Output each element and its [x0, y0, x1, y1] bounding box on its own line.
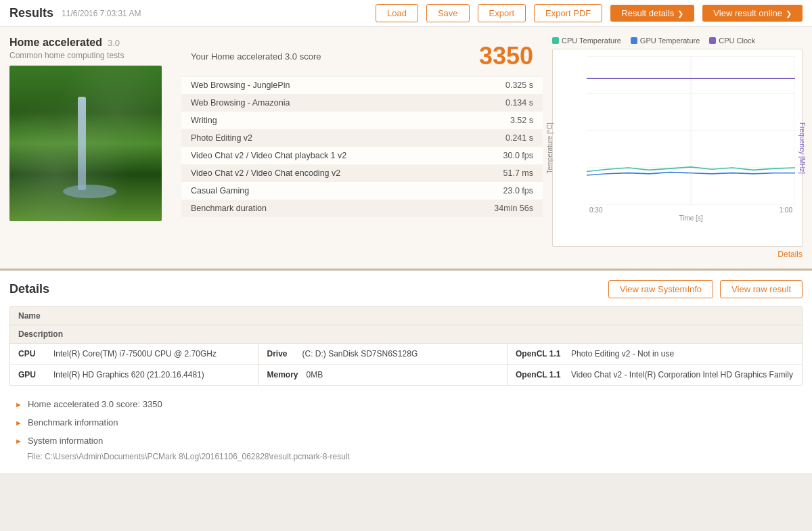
chart-x-labels: 0:30 1:00: [587, 206, 795, 214]
expand-arrow-2: ►: [15, 437, 22, 445]
benchmark-row-value: 3.52 s: [453, 112, 543, 129]
benchmark-row: Casual Gaming 23.0 fps: [181, 182, 543, 200]
view-raw-result-button[interactable]: View raw result: [720, 280, 803, 298]
score-value: 3350: [479, 42, 533, 70]
benchmark-row: Web Browsing - Amazonia 0.134 s: [181, 94, 543, 112]
memory-cell: Memory 0MB: [259, 365, 508, 385]
view-online-button[interactable]: View result online: [702, 5, 803, 22]
export-pdf-button[interactable]: Export PDF: [534, 4, 602, 22]
benchmark-row-name: Photo Editing v2: [181, 129, 453, 147]
benchmark-version: 3.0: [108, 38, 120, 48]
chevron-right-icon-2: [786, 8, 792, 18]
benchmark-name: Home accelerated: [9, 37, 102, 49]
benchmark-row-name: Web Browsing - Amazonia: [181, 94, 453, 112]
benchmark-image-inner: [9, 66, 162, 221]
legend-dot-cpu-clock: [709, 37, 716, 44]
table-description-header: Description: [10, 325, 802, 344]
opencl1-value: Photo Editing v2 - Not in use: [571, 349, 674, 359]
drive-cell: Drive (C: D:) SanDisk SD7SN6S128G: [259, 344, 508, 364]
memory-label: Memory: [267, 370, 298, 379]
legend-item-cpu-temp: CPU Temperature: [552, 37, 621, 45]
benchmark-row-name: Benchmark duration: [181, 200, 453, 217]
benchmark-row: Video Chat v2 / Video Chat playback 1 v2…: [181, 147, 543, 164]
expand-arrow-1: ►: [15, 419, 22, 427]
expandable-label-2: System information: [28, 436, 103, 446]
cpu-label: CPU: [18, 349, 45, 359]
waterfall-decoration: [78, 97, 86, 190]
x-axis-unit: Time [s]: [587, 214, 795, 222]
left-panel: Home accelerated 3.0 Common home computi…: [9, 37, 172, 259]
expandable-item-2[interactable]: ► System information: [9, 432, 803, 450]
chart-details-link[interactable]: Details: [777, 250, 803, 259]
results-title: Results: [9, 6, 53, 20]
system-info-row-2: GPU Intel(R) HD Graphics 620 (21.20.16.4…: [10, 365, 802, 385]
opencl2-cell: OpenCL 1.1 Video Chat v2 - Intel(R) Corp…: [508, 365, 802, 385]
gpu-value: Intel(R) HD Graphics 620 (21.20.16.4481): [53, 370, 204, 379]
expand-arrow-0: ►: [15, 400, 22, 409]
score-header-left: Home accelerated 3.0: [9, 37, 172, 49]
benchmark-row-name: Video Chat v2 / Video Chat encoding v2: [181, 164, 453, 182]
legend-label-cpu-temp: CPU Temperature: [562, 37, 621, 45]
expandable-label-1: Benchmark information: [28, 417, 118, 428]
right-panel: CPU Temperature GPU Temperature CPU Cloc…: [552, 37, 803, 259]
benchmark-row-name: Video Chat v2 / Video Chat playback 1 v2: [181, 147, 453, 164]
opencl2-value: Video Chat v2 - Intel(R) Corporation Int…: [571, 370, 793, 379]
benchmark-row-value: 51.7 ms: [453, 164, 543, 182]
cpu-cell: CPU Intel(R) Core(TM) i7-7500U CPU @ 2.7…: [10, 344, 258, 364]
chart-legend: CPU Temperature GPU Temperature CPU Cloc…: [552, 37, 803, 45]
top-bar: Results 11/6/2016 7:03:31 AM Load Save E…: [0, 0, 812, 27]
chart-details-link-container: Details: [552, 249, 803, 259]
middle-panel: Your Home accelerated 3.0 score 3350 Web…: [181, 37, 543, 259]
benchmark-row-value: 0.134 s: [453, 94, 543, 112]
chevron-right-icon: [677, 8, 683, 18]
benchmark-subtitle: Common home computing tests: [9, 51, 172, 60]
benchmark-row: Web Browsing - JunglePin 0.325 s: [181, 76, 543, 94]
opencl2-label: OpenCL 1.1: [516, 370, 563, 379]
benchmark-row-name: Casual Gaming: [181, 182, 453, 200]
y-axis-left-label: Temperature [°C]: [546, 122, 554, 174]
drive-value: (C: D:) SanDisk SD7SN6S128G: [302, 349, 418, 359]
expandable-item-0[interactable]: ► Home accelerated 3.0 score: 3350: [9, 395, 803, 413]
benchmark-row-value: 34min 56s: [453, 200, 543, 217]
cpu-value: Intel(R) Core(TM) i7-7500U CPU @ 2.70GHz: [53, 349, 217, 359]
lower-section: Details View raw SystemInfo View raw res…: [0, 271, 812, 473]
details-header: Details View raw SystemInfo View raw res…: [9, 280, 803, 298]
benchmark-row: Photo Editing v2 0.241 s: [181, 129, 543, 147]
benchmark-row-name: Web Browsing - JunglePin: [181, 76, 453, 94]
score-label: Your Home accelerated 3.0 score: [191, 51, 321, 62]
expandable-label-0: Home accelerated 3.0 score: 3350: [28, 399, 162, 409]
export-button[interactable]: Export: [478, 4, 526, 22]
top-bar-left: Results 11/6/2016 7:03:31 AM: [9, 6, 141, 20]
y-axis-right-label: Frequency [MHz]: [798, 122, 805, 173]
result-details-button[interactable]: Result details: [610, 5, 694, 22]
benchmark-results-table: Web Browsing - JunglePin 0.325 s Web Bro…: [181, 76, 543, 217]
system-info-table: Name Description CPU Intel(R) Core(TM) i…: [9, 306, 803, 386]
memory-value: 0MB: [307, 370, 323, 379]
benchmark-image: [9, 66, 162, 221]
save-button[interactable]: Save: [426, 4, 470, 22]
drive-label: Drive: [267, 349, 294, 359]
expandable-item-1[interactable]: ► Benchmark information: [9, 413, 803, 432]
legend-item-gpu-temp: GPU Temperature: [631, 37, 700, 45]
gpu-label: GPU: [18, 370, 45, 379]
legend-label-gpu-temp: GPU Temperature: [640, 37, 700, 45]
benchmark-row-name: Writing: [181, 112, 453, 129]
benchmark-row: Writing 3.52 s: [181, 112, 543, 129]
benchmark-row-value: 23.0 fps: [453, 182, 543, 200]
view-raw-sysinfo-button[interactable]: View raw SystemInfo: [608, 280, 713, 298]
file-info: File: C:\Users\Admin\Documents\PCMark 8\…: [9, 450, 803, 463]
chart-svg: 10050 10000 2000 0: [587, 56, 795, 205]
legend-label-cpu-clock: CPU Clock: [719, 37, 755, 45]
legend-dot-gpu-temp: [631, 37, 637, 44]
score-display: Your Home accelerated 3.0 score 3350: [181, 37, 543, 76]
legend-item-cpu-clock: CPU Clock: [709, 37, 755, 45]
chart-container: Temperature [°C] Frequency [MHz] 10050 1…: [552, 49, 803, 247]
table-name-header: Name: [10, 307, 802, 325]
load-button[interactable]: Load: [376, 4, 418, 22]
gpu-cell: GPU Intel(R) HD Graphics 620 (21.20.16.4…: [10, 365, 258, 385]
results-date: 11/6/2016 7:03:31 AM: [62, 9, 141, 18]
waterfall-pool-decoration: [63, 185, 116, 198]
upper-section: Home accelerated 3.0 Common home computi…: [0, 27, 812, 271]
details-actions: View raw SystemInfo View raw result: [608, 280, 803, 298]
benchmark-row: Video Chat v2 / Video Chat encoding v2 5…: [181, 164, 543, 182]
